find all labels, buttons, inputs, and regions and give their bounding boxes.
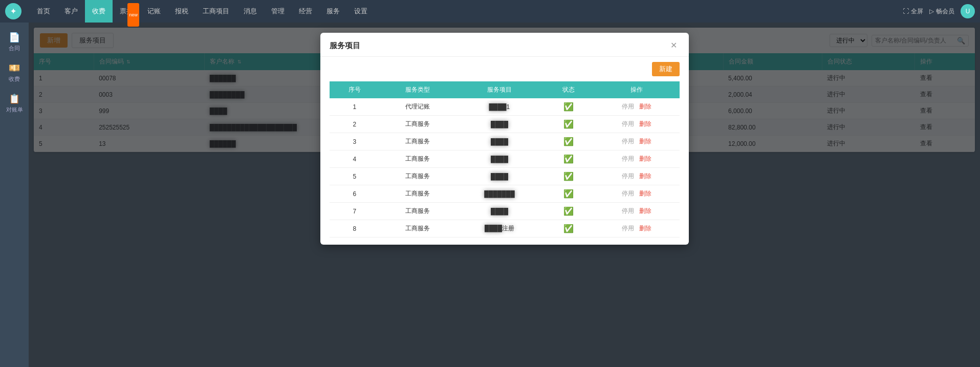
delete-button[interactable]: 删除: [639, 120, 651, 127]
nav-message[interactable]: 消息: [236, 0, 264, 23]
status-check-icon: ✅: [563, 102, 574, 111]
modal-col-action: 操作: [594, 81, 679, 98]
nav-business[interactable]: 工商项目: [195, 0, 236, 23]
stop-button[interactable]: 停用: [622, 225, 634, 232]
top-nav: ✦ 首页 客户 收费 票据 new 记账 报税 工商项目 消息 管理 经营 服务…: [0, 0, 980, 23]
modal-cell-status: ✅: [543, 168, 594, 185]
modal-cell-type: 工商服务: [380, 185, 455, 203]
status-check-icon: ✅: [563, 189, 574, 198]
content-area: 新增 服务项目 进行中 🔍 序号 合同编码 ⇅: [29, 23, 980, 367]
delete-button[interactable]: 删除: [639, 155, 651, 162]
modal-close-button[interactable]: ✕: [668, 40, 680, 51]
fullscreen-tool[interactable]: ⛶ 全屏: [903, 7, 923, 16]
modal-cell-item: ████: [455, 116, 543, 133]
modal-table-row: 8 工商服务 ████注册 ✅ 停用 删除: [330, 220, 680, 238]
modal-new-button[interactable]: 新建: [652, 62, 680, 76]
modal-table-row: 5 工商服务 ████ ✅ 停用 删除: [330, 168, 680, 185]
fullscreen-icon: ⛶: [903, 8, 909, 15]
modal-toolbar: 新建: [320, 57, 689, 81]
nav-customer[interactable]: 客户: [57, 0, 85, 23]
modal-table-row: 4 工商服务 ████ ✅ 停用 删除: [330, 150, 680, 168]
nav-settings[interactable]: 设置: [347, 0, 375, 23]
video-icon: ▷: [929, 8, 934, 15]
sidebar-item-reconcile[interactable]: 📋 对账单: [2, 89, 27, 118]
stop-button[interactable]: 停用: [622, 120, 634, 127]
service-items-table: 序号 服务类型 服务项目 状态 操作 1 代理记账 ████1 ✅ 停用 删除: [330, 81, 680, 238]
modal-cell-seq: 1: [330, 98, 380, 116]
sidebar-item-contract[interactable]: 📄 合同: [2, 28, 27, 56]
right-tools: ⛶ 全屏 ▷ 畅会员 U: [903, 4, 975, 18]
stop-button[interactable]: 停用: [622, 138, 634, 145]
modal-cell-action: 停用 删除: [594, 185, 679, 203]
new-badge: new: [127, 3, 139, 27]
delete-button[interactable]: 删除: [639, 207, 651, 214]
modal-cell-item: ████: [455, 168, 543, 185]
modal-cell-status: ✅: [543, 150, 594, 168]
nav-tax[interactable]: 报税: [168, 0, 195, 23]
modal-cell-seq: 5: [330, 168, 380, 185]
nav-manage[interactable]: 管理: [264, 0, 292, 23]
modal-table-row: 3 工商服务 ████ ✅ 停用 删除: [330, 133, 680, 150]
modal-col-seq: 序号: [330, 81, 380, 98]
avatar[interactable]: U: [961, 4, 975, 18]
modal-cell-type: 工商服务: [380, 220, 455, 238]
member-tool[interactable]: ▷ 畅会员: [929, 7, 954, 16]
modal-title: 服务项目: [330, 41, 360, 51]
modal-table-row: 6 工商服务 ███████ ✅ 停用 删除: [330, 185, 680, 203]
modal-cell-action: 停用 删除: [594, 203, 679, 220]
stop-button[interactable]: 停用: [622, 190, 634, 197]
modal-overlay: 服务项目 ✕ 新建 序号 服务类型 服务项目 状态: [29, 23, 980, 367]
sidebar: 📄 合同 💴 收费 📋 对账单: [0, 23, 29, 367]
status-check-icon: ✅: [563, 137, 574, 146]
nav-service[interactable]: 服务: [319, 0, 347, 23]
modal-table-row: 1 代理记账 ████1 ✅ 停用 删除: [330, 98, 680, 116]
modal-cell-type: 工商服务: [380, 116, 455, 133]
modal-cell-seq: 4: [330, 150, 380, 168]
stop-button[interactable]: 停用: [622, 172, 634, 180]
reconcile-icon: 📋: [9, 93, 20, 104]
service-items-modal: 服务项目 ✕ 新建 序号 服务类型 服务项目 状态: [320, 33, 689, 245]
modal-cell-seq: 2: [330, 116, 380, 133]
sidebar-item-fee[interactable]: 💴 收费: [2, 58, 27, 87]
status-check-icon: ✅: [563, 224, 574, 233]
modal-cell-type: 工商服务: [380, 203, 455, 220]
modal-cell-item: ████: [455, 203, 543, 220]
fee-icon: 💴: [9, 62, 20, 74]
modal-cell-type: 工商服务: [380, 133, 455, 150]
nav-bookkeeping[interactable]: 记账: [140, 0, 168, 23]
modal-table-row: 7 工商服务 ████ ✅ 停用 删除: [330, 203, 680, 220]
modal-cell-seq: 8: [330, 220, 380, 238]
delete-button[interactable]: 删除: [639, 138, 651, 145]
delete-button[interactable]: 删除: [639, 190, 651, 197]
status-check-icon: ✅: [563, 120, 574, 128]
modal-cell-item: ████: [455, 150, 543, 168]
nav-fee[interactable]: 收费: [85, 0, 113, 23]
modal-cell-status: ✅: [543, 185, 594, 203]
status-check-icon: ✅: [563, 155, 574, 163]
nav-home[interactable]: 首页: [30, 0, 57, 23]
modal-cell-action: 停用 删除: [594, 220, 679, 238]
nav-invoice[interactable]: 票据 new: [113, 0, 140, 23]
app-logo: ✦: [5, 3, 21, 19]
modal-cell-action: 停用 删除: [594, 98, 679, 116]
modal-cell-action: 停用 删除: [594, 168, 679, 185]
modal-table-row: 2 工商服务 ████ ✅ 停用 删除: [330, 116, 680, 133]
modal-cell-seq: 7: [330, 203, 380, 220]
nav-operation[interactable]: 经营: [292, 0, 319, 23]
stop-button[interactable]: 停用: [622, 207, 634, 214]
delete-button[interactable]: 删除: [639, 103, 651, 110]
modal-cell-action: 停用 删除: [594, 116, 679, 133]
stop-button[interactable]: 停用: [622, 103, 634, 110]
modal-col-item: 服务项目: [455, 81, 543, 98]
modal-cell-seq: 3: [330, 133, 380, 150]
modal-cell-type: 工商服务: [380, 168, 455, 185]
main-layout: 📄 合同 💴 收费 📋 对账单 新增 服务项目 进行中: [0, 23, 980, 367]
stop-button[interactable]: 停用: [622, 155, 634, 162]
modal-col-type: 服务类型: [380, 81, 455, 98]
modal-col-status: 状态: [543, 81, 594, 98]
modal-cell-status: ✅: [543, 98, 594, 116]
delete-button[interactable]: 删除: [639, 172, 651, 180]
modal-cell-status: ✅: [543, 203, 594, 220]
modal-cell-action: 停用 删除: [594, 133, 679, 150]
delete-button[interactable]: 删除: [639, 225, 651, 232]
